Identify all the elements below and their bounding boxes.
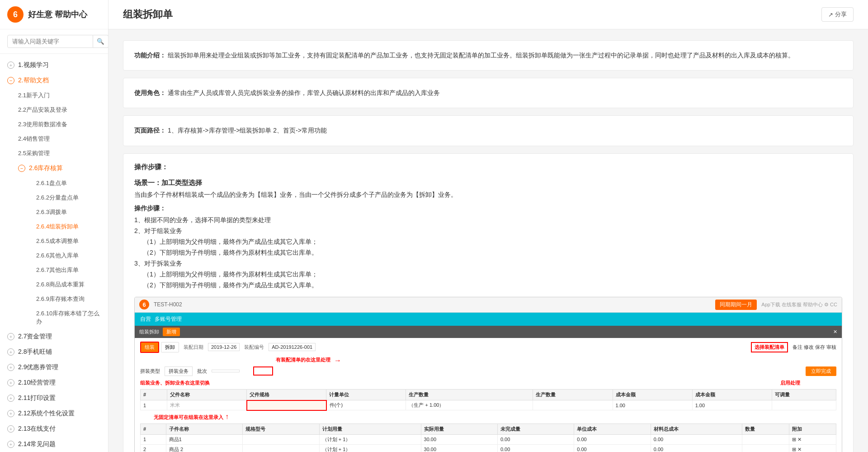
sidebar-item-2-6-8[interactable]: 2.6.8商品成本重算 [36, 277, 108, 292]
ss-new-btn: 新增 [163, 328, 180, 336]
search-button[interactable]: 🔍 [93, 35, 108, 48]
annotation-4: 无固定清单可在组装在这里录入 [154, 414, 223, 420]
step3-2: （2）下部明细为子件明细，最终作为产成品生成其它入库单。 [134, 281, 842, 290]
screenshot-appbar: 6 TEST-H002 同期期间一月 App下载 在线客服 帮助中心 ⚙ CC [135, 297, 842, 313]
nav-group-help: − 2.帮助文档 2.1新手入门 2.2产品安装及登录 2.3使用前数据准备 2… [0, 73, 108, 329]
step1: 1、根据不同的业务，选择不同单据的类型来处理 [134, 216, 842, 224]
expand-icon-2-9: + [7, 364, 14, 371]
annotation-1: 有装配清单的在这里处理 [276, 357, 330, 363]
nav-group-2-14-header[interactable]: + 2.14常见问题 [0, 437, 108, 452]
nav-group-2-8: + 2.8手机旺铺 [0, 344, 108, 360]
nav-group-2-13-label: 2.13在线支付 [18, 425, 56, 433]
sidebar-item-2-6-2[interactable]: 2.6.2分量盘点单 [36, 190, 108, 205]
nav-group-2-8-header[interactable]: + 2.8手机旺铺 [0, 344, 108, 360]
nav-group-2-9-header[interactable]: + 2.9优惠券管理 [0, 360, 108, 375]
nav-group-2-7-label: 2.7资金管理 [18, 333, 52, 341]
sidebar-item-2-1[interactable]: 2.1新手入门 [18, 88, 108, 103]
expand-icon-2-10: + [7, 379, 14, 386]
nav-group-2-6-label: 2.6库存核算 [29, 164, 63, 172]
page-title: 组装拆卸单 [123, 8, 173, 21]
ss-apply-btn[interactable]: 选择装配清单 [751, 342, 788, 352]
ss-window-title-label: 组装拆卸 [139, 328, 159, 335]
share-button[interactable]: ↗ 分享 [821, 7, 854, 22]
nav-group-2-14: + 2.14常见问题 [0, 437, 108, 452]
nav-group-2-11: + 2.11打印设置 [0, 390, 108, 406]
scene1-desc: 当由多个子件材料组装成一个成品的业务为【组装】业务，当由一个父件拆分成多个子产品… [134, 191, 842, 199]
ss-tab-ziying: 自营 [140, 315, 151, 323]
ops-steps-title: 操作步骤： [134, 163, 842, 171]
sidebar-search[interactable]: 🔍 [0, 29, 108, 54]
sidebar-item-2-6-1[interactable]: 2.6.1盘点单 [36, 176, 108, 190]
collapse-icon: − [7, 77, 14, 84]
ss-form-type: 拼装业务 [165, 366, 193, 376]
nav-group-2-8-label: 2.8手机旺铺 [18, 348, 52, 356]
operations-section: 操作步骤： 场景一：加工类型选择 当由多个子件材料组装成一个成品的业务为【组装】… [123, 153, 854, 452]
expand-icon-2-14: + [7, 441, 14, 448]
sidebar-item-2-6-3[interactable]: 2.6.3调拨单 [36, 205, 108, 219]
nav-group-2-6-header[interactable]: − 2.6库存核算 [18, 161, 108, 176]
nav-group-2-10-header[interactable]: + 2.10经营管理 [0, 375, 108, 390]
main-header: 组装拆卸单 ↗ 分享 [108, 0, 868, 29]
nav-group-2-7-header[interactable]: + 2.7资金管理 [0, 329, 108, 344]
nav-group-2-12-header[interactable]: + 2.12系统个性化设置 [0, 406, 108, 421]
logo-icon: 6 [7, 6, 24, 23]
nav-group-help-header[interactable]: − 2.帮助文档 [0, 73, 108, 88]
nav-group-video-label: 1.视频学习 [18, 61, 49, 69]
sidebar-item-2-6-4[interactable]: 2.6.4组装拆卸单 [36, 219, 108, 234]
ss-type-btn-zuozhuan[interactable]: 组装 [140, 342, 159, 353]
function-intro-text: 功能介绍： 组装拆卸单用来处理企业组装或拆卸等加工业务，支持有固定装配清单的产品… [134, 50, 842, 61]
step2: 2、对于组装业务 [134, 227, 842, 235]
ss-form-date: 2019-12-26 [208, 343, 240, 351]
sidebar-item-2-6-5[interactable]: 2.6.5成本调整单 [36, 234, 108, 248]
nav-group-2-12: + 2.12系统个性化设置 [0, 406, 108, 421]
nav-group-video-header[interactable]: + 1.视频学习 [0, 57, 108, 73]
nav-sub-items-2-6: 2.6.1盘点单 2.6.2分量盘点单 2.6.3调拨单 2.6.4组装拆卸单 [18, 176, 108, 329]
nav-group-2-13: + 2.13在线支付 [0, 421, 108, 437]
sidebar-item-2-3[interactable]: 2.3使用前数据准备 [18, 117, 108, 132]
use-role-card: 使用角色： 通常由生产人员或库管人员完成拆装业务的操作，库管人员确认原材料的出库… [123, 78, 854, 108]
ss-topbar-id: TEST-H002 [154, 301, 182, 308]
scene1-title: 场景一：加工类型选择 [134, 179, 842, 187]
sidebar-item-2-6-10[interactable]: 2.6.10库存账本错了怎么办 [36, 306, 108, 329]
sidebar-item-2-5[interactable]: 2.5采购管理 [18, 146, 108, 161]
ss-logo: 6 [139, 300, 149, 309]
ss-type-btn-caihuo[interactable]: 拆卸 [161, 342, 179, 352]
nav-group-2-9-label: 2.9优惠券管理 [18, 363, 58, 371]
sidebar-item-2-6-7[interactable]: 2.6.7其他出库单 [36, 263, 108, 277]
ss-child-table: # 子件名称 规格型号 计划用量 实际用量 未完成量 单位成本 材料总成本 数量… [140, 423, 836, 452]
main-area: 组装拆卸单 ↗ 分享 功能介绍： 组装拆卸单用来处理企业组装或拆卸等加工业务，支… [108, 0, 868, 452]
nav-group-video: + 1.视频学习 [0, 57, 108, 73]
nav-group-help-label: 2.帮助文档 [18, 76, 49, 85]
ss-confirm-btn[interactable]: 立即完成 [806, 366, 836, 376]
step3: 3、对于拆装业务 [134, 260, 842, 268]
use-role-text: 使用角色： 通常由生产人员或库管人员完成拆装业务的操作，库管人员确认原材料的出库… [134, 87, 842, 99]
nav-group-2-14-label: 2.14常见问题 [18, 440, 56, 448]
expand-icon-2-7: + [7, 333, 14, 340]
search-input[interactable] [7, 35, 93, 48]
expand-icon-2-13: + [7, 425, 14, 433]
sidebar-item-2-4[interactable]: 2.4销售管理 [18, 132, 108, 146]
nav-group-2-11-header[interactable]: + 2.11打印设置 [0, 390, 108, 406]
ss-form-area: 组装 拆卸 装配日期 2019-12-26 装配编号 AD-20191226-0… [135, 338, 842, 452]
table-row: 1 商品1 （计划 + 1） 30.00 0.00 0.00 0.00 ⊞ ✕ [141, 434, 836, 444]
ss-orange-btn[interactable]: 同期期间一月 [715, 300, 757, 310]
nav-group-2-10: + 2.10经营管理 [0, 375, 108, 390]
share-icon: ↗ [828, 11, 833, 18]
function-intro-card: 功能介绍： 组装拆卸单用来处理企业组装或拆卸等加工业务，支持有固定装配清单的产品… [123, 40, 854, 71]
expand-icon-2-11: + [7, 395, 14, 402]
nav-group-2-6: − 2.6库存核算 2.6.1盘点单 2.6.2分量盘点单 2.6.3调拨单 [18, 161, 108, 329]
sidebar-item-2-2[interactable]: 2.2产品安装及登录 [18, 103, 108, 117]
table-row: 1 米米 件(个) （生产 + 1.00） 1.00 1.00 [141, 400, 836, 410]
sidebar-nav: + 1.视频学习 − 2.帮助文档 2.1新手入门 2.2产品安装及登录 2.3… [0, 54, 108, 452]
sidebar-logo: 6 好生意 帮助中心 [0, 0, 108, 29]
path-card: 页面路径： 1、库存核算->库存管理->组装拆卸单 2、首页->常用功能 [123, 115, 854, 146]
ss-form-code: AD-20191226-001 [269, 343, 316, 351]
ss-window-bar: 组装拆卸 新增 ✕ [135, 326, 842, 338]
ss-linker-input [253, 366, 273, 376]
screenshot-container: 6 TEST-H002 同期期间一月 App下载 在线客服 帮助中心 ⚙ CC … [134, 297, 842, 452]
expand-icon-2-12: + [7, 410, 14, 417]
ss-parent-table: # 父件名称 父件规格 计量单位 生产数量 生产数量 成本金额 成本金额 可调量 [140, 389, 836, 411]
sidebar-item-2-6-6[interactable]: 2.6.6其他入库单 [36, 248, 108, 263]
sidebar-item-2-6-9[interactable]: 2.6.9库存账本查询 [36, 292, 108, 306]
nav-group-2-13-header[interactable]: + 2.13在线支付 [0, 421, 108, 437]
